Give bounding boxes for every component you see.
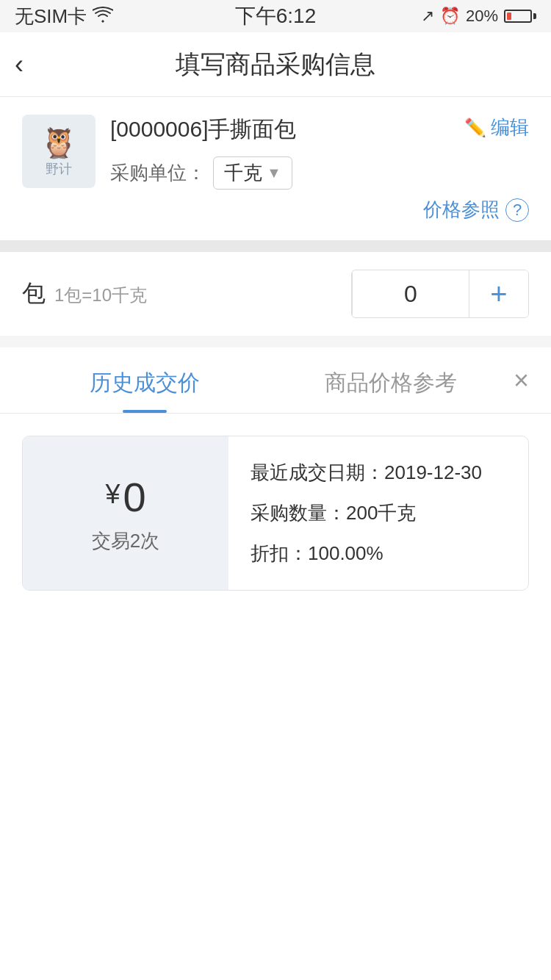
product-card: 🦉 野计 [0000006]手撕面包 采购单位： 千克 ▼ ✏️ 编辑 价格参照… bbox=[0, 97, 551, 240]
battery-pct: 20% bbox=[466, 7, 498, 26]
date-label: 最近成交日期： bbox=[251, 461, 384, 483]
transaction-date-row: 最近成交日期：2019-12-30 bbox=[251, 458, 506, 487]
transaction-discount-row: 折扣：100.00% bbox=[251, 539, 506, 568]
status-left: 无SIM卡 bbox=[15, 4, 113, 29]
bottom-area bbox=[0, 613, 551, 980]
discount-label: 折扣： bbox=[251, 542, 308, 564]
tab-close-button[interactable]: × bbox=[514, 350, 529, 411]
qty-label: 采购数量： bbox=[251, 502, 346, 524]
unit-label: 采购单位： bbox=[110, 160, 206, 186]
unit-select[interactable]: 千克 ▼ bbox=[213, 156, 292, 190]
tab-section: 历史成交价 商品价格参考 × ¥ 0 交易2次 最近成交日期：2019-12-3… bbox=[0, 347, 551, 613]
product-name: [0000006]手撕面包 bbox=[110, 115, 464, 145]
battery-indicator bbox=[504, 10, 536, 23]
location-icon: ↗ bbox=[421, 7, 434, 26]
product-icon: 🦉 bbox=[40, 126, 77, 160]
transaction-price: ¥ 0 bbox=[105, 473, 145, 521]
edit-button[interactable]: ✏️ 编辑 bbox=[464, 115, 529, 140]
tab-content: ¥ 0 交易2次 最近成交日期：2019-12-30 采购数量：200千克 折扣… bbox=[0, 414, 551, 613]
tab-price-reference-label: 商品价格参考 bbox=[325, 370, 457, 394]
quantity-value[interactable]: 0 bbox=[352, 270, 469, 317]
qty-value: 200千克 bbox=[346, 502, 416, 524]
product-unit-row: 采购单位： 千克 ▼ bbox=[110, 156, 464, 190]
tab-price-reference[interactable]: 商品价格参考 bbox=[267, 347, 513, 413]
alarm-icon: ⏰ bbox=[440, 7, 460, 26]
transaction-card: ¥ 0 交易2次 最近成交日期：2019-12-30 采购数量：200千克 折扣… bbox=[22, 436, 529, 591]
quantity-controls: 0 + bbox=[351, 270, 529, 318]
quantity-plus-button[interactable]: + bbox=[469, 270, 528, 317]
tab-history-price[interactable]: 历史成交价 bbox=[22, 347, 267, 413]
date-value: 2019-12-30 bbox=[384, 461, 482, 483]
transaction-count: 交易2次 bbox=[92, 528, 159, 554]
product-info: [0000006]手撕面包 采购单位： 千克 ▼ bbox=[110, 115, 464, 190]
carrier-label: 无SIM卡 bbox=[15, 4, 87, 29]
price-ref-button[interactable]: 价格参照 bbox=[423, 197, 500, 223]
product-icon-label: 野计 bbox=[46, 160, 72, 178]
price-ref-info-icon[interactable]: ? bbox=[505, 198, 529, 222]
status-time: 下午6:12 bbox=[235, 2, 317, 30]
price-ref-row: 价格参照 ? bbox=[22, 197, 529, 223]
quantity-unit-main: 包 bbox=[22, 278, 46, 310]
quantity-row: 包 1包=10千克 0 + bbox=[0, 252, 551, 336]
currency-symbol: ¥ bbox=[105, 479, 120, 510]
nav-bar: ‹ 填写商品采购信息 bbox=[0, 32, 551, 97]
edit-icon: ✏️ bbox=[464, 118, 486, 138]
status-bar: 无SIM卡 下午6:12 ↗ ⏰ 20% bbox=[0, 0, 551, 32]
page-title: 填写商品采购信息 bbox=[176, 48, 375, 82]
discount-value: 100.00% bbox=[308, 542, 383, 564]
back-button[interactable]: ‹ bbox=[15, 49, 24, 80]
quantity-unit-sub: 1包=10千克 bbox=[54, 284, 147, 307]
quantity-label: 包 1包=10千克 bbox=[22, 278, 147, 310]
transaction-price-panel: ¥ 0 交易2次 bbox=[23, 436, 228, 590]
tab-history-price-label: 历史成交价 bbox=[90, 370, 200, 394]
product-left: 🦉 野计 [0000006]手撕面包 采购单位： 千克 ▼ bbox=[22, 115, 464, 190]
transaction-qty-row: 采购数量：200千克 bbox=[251, 499, 506, 527]
edit-label: 编辑 bbox=[491, 115, 529, 140]
wifi-icon bbox=[93, 5, 113, 28]
product-thumbnail: 🦉 野计 bbox=[22, 115, 96, 188]
section-divider bbox=[0, 240, 551, 252]
status-right: ↗ ⏰ 20% bbox=[421, 7, 536, 26]
unit-value: 千克 bbox=[224, 160, 262, 186]
transaction-detail-panel: 最近成交日期：2019-12-30 采购数量：200千克 折扣：100.00% bbox=[228, 436, 528, 590]
chevron-down-icon: ▼ bbox=[267, 165, 281, 181]
tab-header: 历史成交价 商品价格参考 × bbox=[0, 347, 551, 414]
price-value: 0 bbox=[123, 473, 145, 521]
